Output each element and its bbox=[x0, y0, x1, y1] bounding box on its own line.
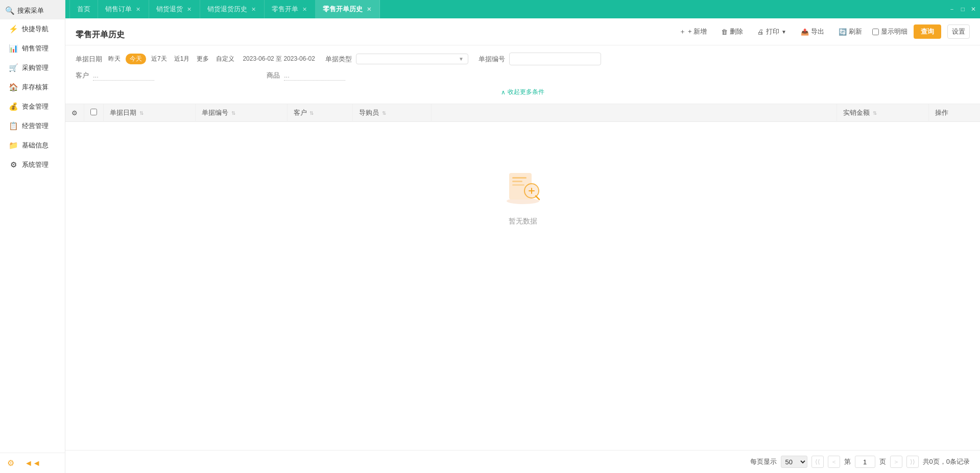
tab-sales-return-close[interactable]: ✕ bbox=[186, 6, 193, 13]
print-chevron-icon: ▼ bbox=[781, 29, 786, 35]
th-checkbox[interactable] bbox=[84, 104, 104, 122]
th-doc-no[interactable]: 单据编号 ⇅ bbox=[195, 104, 287, 122]
last-page-btn[interactable]: ⟩⟩ bbox=[906, 456, 919, 468]
sidebar-item-purchase-mgmt[interactable]: 🛒 采购管理 bbox=[0, 58, 65, 78]
sidebar-search[interactable]: 🔍 搜索采单 bbox=[0, 0, 65, 19]
query-label: 查询 bbox=[921, 27, 934, 36]
sidebar-item-label: 基础信息 bbox=[22, 141, 49, 150]
doc-no-label: 单据编号 bbox=[479, 55, 505, 64]
doc-type-label: 单据类型 bbox=[325, 55, 352, 64]
th-date-sort-icon: ⇅ bbox=[139, 110, 144, 116]
window-maximize-icon[interactable]: □ bbox=[961, 6, 965, 13]
filter-doc-no: 单据编号 bbox=[479, 53, 601, 65]
tab-sales-return-history-close[interactable]: ✕ bbox=[250, 6, 257, 13]
tab-retail-open-history-close[interactable]: ✕ bbox=[366, 6, 372, 13]
sidebar-item-inventory[interactable]: 🏠 库存核算 bbox=[0, 78, 65, 97]
product-input[interactable]: ... bbox=[284, 70, 345, 81]
tab-retail-open-history[interactable]: 零售开单历史 ✕ bbox=[316, 0, 380, 18]
th-settings[interactable]: ⚙ bbox=[65, 104, 84, 122]
customer-input[interactable]: ... bbox=[93, 70, 154, 81]
tab-bar-right: － □ ✕ bbox=[949, 5, 976, 14]
print-button[interactable]: 🖨 打印 ▼ bbox=[753, 25, 791, 38]
select-all-checkbox[interactable] bbox=[90, 109, 97, 115]
tab-retail-open[interactable]: 零售开单 ✕ bbox=[265, 0, 316, 18]
product-label: 商品 bbox=[267, 71, 280, 80]
th-amount[interactable]: 实销金额 ⇅ bbox=[837, 104, 929, 122]
add-button[interactable]: ＋ + 新增 bbox=[675, 25, 711, 38]
doc-no-input[interactable] bbox=[509, 53, 601, 65]
tab-sales-return-history-label: 销货退货历史 bbox=[207, 5, 247, 14]
date-7days[interactable]: 近7天 bbox=[149, 54, 169, 64]
main-area: 首页 销售订单 ✕ 销货退货 ✕ 销货退货历史 ✕ 零售开单 ✕ 零售开单历史 … bbox=[65, 0, 980, 473]
tab-sales-order-close[interactable]: ✕ bbox=[135, 6, 141, 13]
filter-date: 单据日期 昨天 今天 近7天 近1月 更多 自定义 2023-06-02 至 2… bbox=[76, 54, 315, 64]
display-detail-checkbox[interactable] bbox=[872, 29, 879, 35]
add-label: + 新增 bbox=[688, 27, 707, 36]
collapse-more-btn[interactable]: ∧ 收起更多条件 bbox=[76, 86, 970, 98]
date-yesterday[interactable]: 昨天 bbox=[106, 54, 123, 64]
th-salesperson[interactable]: 导购员 ⇅ bbox=[353, 104, 432, 122]
content-area: 零售开单历史 ＋ + 新增 🗑 删除 🖨 打印 ▼ 📤 导出 bbox=[65, 18, 980, 473]
column-settings-icon[interactable]: ⚙ bbox=[71, 109, 78, 117]
th-salesperson-sort-icon: ⇅ bbox=[382, 110, 386, 116]
per-page-select[interactable]: 50 10 20 100 bbox=[781, 456, 807, 468]
export-button[interactable]: 📤 导出 bbox=[797, 25, 828, 38]
date-1month[interactable]: 近1月 bbox=[172, 54, 192, 64]
settings-bottom-icon[interactable]: ⚙ bbox=[7, 458, 14, 468]
data-table: ⚙ 单据日期 ⇅ 单据编号 ⇅ bbox=[65, 104, 980, 122]
per-page-label: 每页显示 bbox=[750, 457, 777, 466]
first-page-btn[interactable]: ⟨⟨ bbox=[811, 456, 824, 468]
window-minimize-icon[interactable]: － bbox=[949, 5, 955, 14]
tab-sales-return-history[interactable]: 销货退货历史 ✕ bbox=[200, 0, 265, 18]
table-header-row: ⚙ 单据日期 ⇅ 单据编号 ⇅ bbox=[65, 104, 980, 122]
pagination: 每页显示 50 10 20 100 ⟨⟨ ＜ 第 页 ＞ ⟩⟩ 共0页，0条记录 bbox=[65, 450, 980, 473]
th-action-label: 操作 bbox=[935, 109, 948, 116]
sidebar-item-operations[interactable]: 📋 经营管理 bbox=[0, 116, 65, 136]
sidebar-bottom: ⚙ ◄◄ bbox=[0, 453, 65, 473]
window-close-icon[interactable]: ✕ bbox=[971, 6, 976, 13]
filter-row-2: 客户 ... 商品 ... bbox=[76, 70, 970, 81]
tab-sales-order[interactable]: 销售订单 ✕ bbox=[98, 0, 149, 18]
sidebar-item-label: 销售管理 bbox=[22, 44, 49, 53]
doc-type-chevron-icon: ▼ bbox=[459, 56, 464, 62]
svg-rect-4 bbox=[512, 184, 524, 186]
tab-retail-open-close[interactable]: ✕ bbox=[301, 6, 308, 13]
sidebar-item-finance[interactable]: 💰 资金管理 bbox=[0, 97, 65, 116]
th-salesperson-label: 导购员 bbox=[359, 109, 379, 116]
system-icon: ⚙ bbox=[9, 160, 18, 169]
delete-button[interactable]: 🗑 删除 bbox=[717, 25, 747, 38]
sidebar-item-system[interactable]: ⚙ 系统管理 bbox=[0, 155, 65, 175]
svg-rect-2 bbox=[512, 177, 527, 179]
query-button[interactable]: 查询 bbox=[914, 24, 941, 39]
prev-page-btn[interactable]: ＜ bbox=[828, 456, 840, 468]
sidebar-search-label: 搜索采单 bbox=[17, 6, 44, 15]
doc-type-select[interactable]: ▼ bbox=[356, 54, 468, 64]
filter-product: 商品 ... bbox=[267, 70, 345, 81]
settings-label: 设置 bbox=[952, 27, 965, 36]
date-today[interactable]: 今天 bbox=[126, 54, 146, 64]
current-page-input[interactable] bbox=[855, 456, 875, 468]
filter-customer: 客户 ... bbox=[76, 70, 154, 81]
customer-label: 客户 bbox=[76, 71, 89, 80]
search-icon: 🔍 bbox=[5, 6, 14, 15]
collapse-sidebar-icon[interactable]: ◄◄ bbox=[25, 459, 41, 468]
sidebar-item-label: 经营管理 bbox=[22, 121, 49, 131]
export-label: 导出 bbox=[811, 27, 824, 36]
th-customer[interactable]: 客户 ⇅ bbox=[287, 104, 352, 122]
collapse-chevron-icon: ∧ bbox=[501, 89, 506, 96]
settings-button[interactable]: 设置 bbox=[947, 24, 970, 39]
sidebar-item-sales-mgmt[interactable]: 📊 销售管理 bbox=[0, 39, 65, 58]
print-icon: 🖨 bbox=[757, 28, 764, 36]
date-custom[interactable]: 自定义 bbox=[214, 54, 236, 64]
display-detail-toggle[interactable]: 显示明细 bbox=[872, 27, 907, 36]
next-page-btn[interactable]: ＞ bbox=[890, 456, 902, 468]
sidebar-item-basics[interactable]: 📁 基础信息 bbox=[0, 136, 65, 155]
date-more[interactable]: 更多 bbox=[195, 54, 211, 64]
refresh-button[interactable]: 🔄 刷新 bbox=[834, 25, 866, 38]
tab-home[interactable]: 首页 bbox=[69, 0, 98, 18]
display-detail-label: 显示明细 bbox=[881, 27, 907, 36]
th-date[interactable]: 单据日期 ⇅ bbox=[104, 104, 196, 122]
sidebar-item-quick-nav[interactable]: ⚡ 快捷导航 bbox=[0, 19, 65, 39]
th-amount-sort-icon: ⇅ bbox=[873, 110, 877, 116]
tab-sales-return[interactable]: 销货退货 ✕ bbox=[149, 0, 200, 18]
